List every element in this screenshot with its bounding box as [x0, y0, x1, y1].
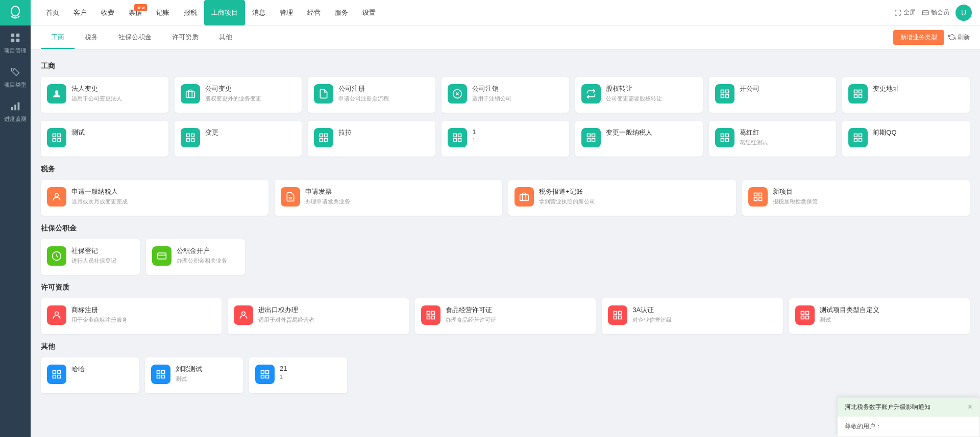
- nav-settings[interactable]: 设置: [355, 0, 383, 25]
- card-sw3[interactable]: 税务报道+记账 拿到营业执照的新公司: [508, 180, 736, 216]
- card-sw1[interactable]: 申请一般纳税人 当月或次月成变更完成: [41, 180, 268, 216]
- notification-header: 河北税务数字账户升级影响通知 ×: [838, 398, 979, 417]
- card-xk4[interactable]: 3A认证 对企业信誉评级: [602, 298, 782, 334]
- fullscreen-button[interactable]: 全屏: [894, 8, 916, 17]
- card-gs5[interactable]: 股权转让 公司变更需要股权转让: [575, 77, 703, 113]
- card-gs10[interactable]: 拉拉: [308, 121, 435, 157]
- nav-home[interactable]: 首页: [39, 0, 66, 25]
- svg-rect-77: [53, 375, 56, 378]
- tab-shuiwu[interactable]: 税务: [75, 25, 108, 49]
- svg-rect-23: [53, 134, 56, 137]
- card-gs11[interactable]: 1 1: [442, 121, 569, 157]
- card-icon-sb2: [152, 246, 172, 266]
- card-icon-xk2: [234, 305, 253, 325]
- svg-rect-64: [431, 312, 434, 315]
- sidebar-item-project-manage[interactable]: 项目管理: [0, 25, 31, 60]
- card-text-xk2: 进出口权办理 适用于对外贸易经营者: [258, 305, 402, 324]
- svg-rect-46: [725, 139, 728, 142]
- card-gs13[interactable]: 葛红红 葛红红测试: [709, 121, 837, 157]
- svg-rect-73: [801, 316, 804, 319]
- svg-rect-30: [191, 139, 194, 142]
- sidebar-item-progress-monitor[interactable]: 进度监测: [0, 94, 31, 128]
- svg-rect-18: [725, 95, 728, 98]
- section-title-xuke: 许可资质: [41, 283, 970, 292]
- svg-rect-82: [162, 375, 165, 378]
- card-ot1[interactable]: 哈哈: [41, 357, 139, 393]
- card-gs1[interactable]: 法人变更 适用于公司变更法人: [41, 77, 168, 113]
- topnav-right: 全屏 畅会员 U: [894, 5, 972, 21]
- card-sb1[interactable]: 社保登记 进行人员社保登记: [41, 239, 140, 275]
- nav-operation[interactable]: 经营: [300, 0, 328, 25]
- card-text-xk3: 食品经营许可证 办理食品经营许可证: [446, 305, 590, 324]
- svg-rect-75: [53, 371, 56, 374]
- card-ot2[interactable]: 刘聪测试 测试: [145, 357, 243, 393]
- svg-rect-66: [431, 316, 434, 319]
- card-gs12[interactable]: 变更一般纳税人: [575, 121, 703, 157]
- card-gs14[interactable]: 前期QQ: [842, 121, 970, 157]
- svg-rect-42: [592, 139, 595, 142]
- svg-rect-1: [11, 34, 14, 37]
- notification-popup: 河北税务数字账户升级影响通知 × 尊敬的用户：: [837, 397, 980, 437]
- svg-rect-78: [58, 375, 61, 378]
- chart-icon: [8, 99, 22, 113]
- tab-bar: 工商 税务 社保公积金 许可资质 其他 新增业务类型 刷新: [31, 25, 980, 49]
- card-text-sb1: 社保登记 进行人员社保登记: [71, 246, 134, 265]
- refresh-button[interactable]: 刷新: [948, 33, 970, 42]
- nav-billing[interactable]: 收费: [94, 0, 121, 25]
- card-gs7[interactable]: 变更地址: [842, 77, 970, 113]
- card-text-gs9: 变更: [205, 128, 296, 139]
- tab-other[interactable]: 其他: [209, 25, 242, 49]
- notification-close-button[interactable]: ×: [968, 403, 972, 411]
- card-sw4[interactable]: 新项目 报税加税控盘保管: [742, 180, 970, 216]
- nav-bizproject[interactable]: 工商项目: [204, 0, 245, 25]
- svg-rect-22: [859, 95, 862, 98]
- card-gs4[interactable]: 公司注销 适用于注销公司: [442, 77, 569, 113]
- avatar[interactable]: U: [955, 5, 972, 21]
- card-gs9[interactable]: 变更: [175, 121, 302, 157]
- svg-rect-55: [754, 193, 757, 196]
- svg-rect-27: [186, 134, 189, 137]
- svg-rect-39: [587, 134, 590, 137]
- nav-manage[interactable]: 管理: [273, 0, 300, 25]
- card-sb2[interactable]: 公积金开户 办理公积金相关业务: [146, 239, 245, 275]
- card-text-gs10: 拉拉: [338, 128, 429, 139]
- card-icon-gs2: [181, 84, 200, 104]
- svg-rect-3: [11, 39, 14, 42]
- nav-message[interactable]: 消息: [245, 0, 273, 25]
- card-xk5[interactable]: 测试项目类型自定义 测试: [789, 298, 970, 334]
- svg-rect-65: [427, 316, 430, 319]
- card-sw2[interactable]: 申请发票 办理申请发票业务: [275, 180, 502, 216]
- add-biztype-button[interactable]: 新增业务类型: [893, 30, 944, 45]
- card-gs2[interactable]: 公司变更 股权变更外的业务变更: [175, 77, 302, 113]
- sidebar-item-project-type[interactable]: 项目类型: [0, 60, 31, 94]
- vip-button[interactable]: 畅会员: [922, 8, 949, 17]
- card-xk3[interactable]: 食品经营许可证 办理食品经营许可证: [415, 298, 596, 334]
- nav-accounting[interactable]: 记账: [149, 0, 177, 25]
- svg-rect-74: [805, 316, 808, 319]
- nav-service[interactable]: 服务: [328, 0, 355, 25]
- tab-xuke[interactable]: 许可资质: [162, 25, 209, 49]
- section-title-shebao: 社保公积金: [41, 224, 970, 233]
- card-text-gs8: 测试: [71, 128, 162, 139]
- nav-tax[interactable]: 报税: [177, 0, 204, 25]
- svg-rect-16: [725, 90, 728, 93]
- card-text-sb2: 公积金开户 办理公积金相关业务: [177, 246, 239, 265]
- svg-rect-20: [859, 90, 862, 93]
- card-icon-ot1: [47, 365, 66, 384]
- card-icon-xk3: [421, 305, 440, 325]
- card-gs6[interactable]: 开公司: [709, 77, 837, 113]
- card-xk2[interactable]: 进出口权办理 适用于对外贸易经营者: [228, 298, 408, 334]
- card-ot3[interactable]: 21 1: [249, 357, 347, 393]
- tab-shebao[interactable]: 社保公积金: [108, 25, 162, 49]
- svg-point-62: [242, 312, 246, 315]
- card-text-ot2: 刘聪测试 测试: [176, 365, 237, 383]
- card-gs3[interactable]: 公司注册 申请公司注册全流程: [308, 77, 435, 113]
- section-title-shuiwu: 税务: [41, 165, 970, 174]
- nav-customer[interactable]: 客户: [66, 0, 94, 25]
- svg-rect-17: [721, 95, 724, 98]
- card-xk1[interactable]: 商标注册 用于企业商标注册服务: [41, 298, 222, 334]
- tab-gongshang[interactable]: 工商: [41, 25, 75, 49]
- card-gs8[interactable]: 测试: [41, 121, 168, 157]
- nav-ticket[interactable]: 票据 new: [121, 0, 149, 25]
- svg-rect-7: [14, 105, 16, 110]
